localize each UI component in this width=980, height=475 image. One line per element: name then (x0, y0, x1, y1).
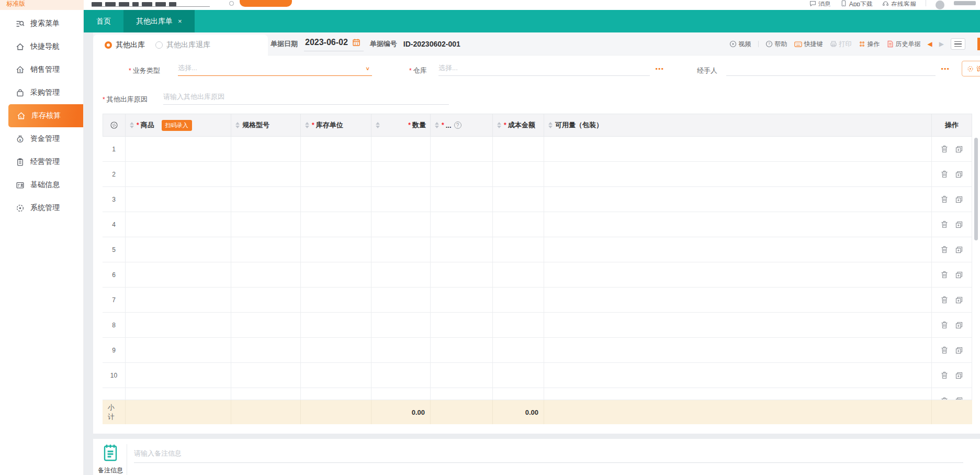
copy-row-button[interactable] (955, 221, 963, 228)
scan-entry-button[interactable]: 扫码录入 (162, 120, 192, 131)
search-menu-icon (16, 19, 25, 28)
sidebar-item-basic-info[interactable]: 基础信息 (0, 173, 83, 196)
handler-select[interactable] (726, 62, 936, 76)
header-spec[interactable]: 规格型号 (231, 114, 301, 136)
table-row[interactable]: 6 (103, 262, 972, 288)
handler-input[interactable] (726, 62, 936, 75)
table-row[interactable]: 1 (103, 137, 972, 162)
header-unit[interactable]: * 库存单位 (301, 114, 371, 136)
header-available[interactable]: 可用量（包装） (544, 114, 931, 136)
delete-row-button[interactable] (941, 170, 948, 178)
copy-plus-icon (955, 221, 963, 228)
remark-input[interactable] (134, 446, 963, 462)
reason-field[interactable] (163, 91, 449, 105)
app-download-button[interactable]: App下载 (840, 0, 873, 6)
radio-other-outbound[interactable]: 其他出库 (105, 40, 145, 50)
delete-row-button[interactable] (941, 321, 948, 329)
help-button[interactable]: ? 帮助 (765, 40, 787, 49)
sidebar-item-system[interactable]: 系统管理 (0, 196, 83, 219)
card-toolbar: 视频 ? 帮助 快捷键 打印 操作 历史单据 ◀ ▶ (729, 38, 965, 50)
table-row[interactable]: 2 (103, 162, 972, 187)
settings-button[interactable]: 设置 (962, 61, 980, 76)
header-cost[interactable]: * 成本金额 (493, 114, 544, 136)
column-settings-header[interactable] (103, 114, 126, 136)
table-row[interactable]: 9 (103, 338, 972, 363)
avatar[interactable] (936, 1, 944, 9)
table-row[interactable]: 7 (103, 288, 972, 313)
subtotal-label: 小计 (103, 400, 126, 424)
edition-badge: 标准版 (0, 0, 84, 10)
remark-field[interactable] (134, 446, 963, 463)
promo-button[interactable] (240, 0, 292, 7)
table-row[interactable]: 4 (103, 212, 972, 237)
sort-icon[interactable] (548, 122, 553, 128)
online-service-button[interactable]: 在线客服 (882, 0, 916, 6)
delete-row-button[interactable] (941, 346, 948, 354)
copy-row-button[interactable] (955, 146, 963, 153)
table-row[interactable]: 10 (103, 363, 972, 388)
sidebar-item-operations[interactable]: 经营管理 (0, 150, 83, 173)
prev-arrow-icon[interactable]: ◀ (928, 40, 932, 48)
video-button[interactable]: 视频 (729, 40, 751, 49)
messages-button[interactable]: 消息 (809, 0, 831, 6)
sort-icon[interactable] (235, 122, 240, 128)
sort-icon[interactable] (497, 122, 501, 128)
sort-icon[interactable] (376, 122, 380, 128)
sort-icon[interactable] (435, 122, 439, 128)
chevron-down-icon[interactable]: ∨ (365, 65, 372, 71)
delete-row-button[interactable] (941, 271, 948, 279)
sidebar-item-quick-nav[interactable]: 快捷导航 (0, 35, 83, 58)
delete-row-button[interactable] (941, 145, 948, 153)
edge-clipped-button[interactable] (977, 38, 980, 50)
copy-row-button[interactable] (955, 322, 963, 329)
table-row-partial[interactable] (103, 388, 972, 400)
doc-date-field[interactable]: 2023-06-02 (304, 37, 364, 51)
business-type-input[interactable] (178, 62, 365, 75)
copy-row-button[interactable] (955, 171, 963, 178)
print-button[interactable]: 打印 (830, 40, 852, 49)
header-quantity[interactable]: *数量 (371, 114, 431, 136)
delete-row-button[interactable] (941, 195, 948, 203)
copy-row-button[interactable] (955, 296, 963, 304)
header-ext[interactable]: * ... ? (431, 114, 493, 136)
calendar-icon[interactable] (352, 38, 361, 47)
tab-home[interactable]: 首页 (84, 10, 123, 32)
warehouse-more-icon[interactable]: ⋯ (655, 64, 664, 74)
tab-other-outbound-order[interactable]: 其他出库单× (123, 10, 195, 32)
sidebar-item-sales[interactable]: $ 销售管理 (0, 58, 83, 81)
copy-row-button[interactable] (955, 246, 963, 253)
delete-row-button[interactable] (941, 246, 948, 253)
delete-row-button[interactable] (941, 220, 948, 228)
column-menu-button[interactable] (951, 38, 965, 50)
table-row[interactable]: 3 (103, 187, 972, 212)
copy-row-button[interactable] (955, 347, 963, 354)
copy-row-button[interactable] (955, 271, 963, 279)
sidebar-item-purchase[interactable]: 采购管理 (0, 81, 83, 104)
header-product[interactable]: * 商品 扫码录入 (126, 114, 231, 136)
sidebar-item-inventory[interactable]: 库存核算 (8, 104, 83, 127)
sidebar-item-funds[interactable]: ¥ 资金管理 (0, 127, 83, 150)
delete-row-button[interactable] (941, 296, 948, 304)
close-tab-icon[interactable]: × (178, 17, 182, 25)
hotkeys-button[interactable]: 快捷键 (794, 40, 823, 49)
business-type-select[interactable]: ∨ (178, 62, 372, 76)
history-button[interactable]: 历史单据 (887, 40, 921, 49)
help-circle-icon[interactable]: ? (454, 121, 461, 129)
info-icon[interactable] (229, 1, 234, 6)
reason-input[interactable] (163, 91, 449, 104)
delete-row-button[interactable] (941, 371, 948, 379)
table-row[interactable]: 8 (103, 313, 972, 338)
table-scrollbar-thumb[interactable] (974, 138, 978, 240)
copy-row-button[interactable] (955, 196, 963, 203)
sort-icon[interactable] (305, 122, 309, 128)
copy-row-button[interactable] (955, 372, 963, 379)
sort-icon[interactable] (130, 122, 134, 128)
actions-button[interactable]: 操作 (859, 40, 880, 49)
warehouse-input[interactable] (438, 62, 650, 75)
table-row[interactable]: 5 (103, 237, 972, 262)
handler-more-icon[interactable]: ⋯ (941, 64, 950, 74)
radio-other-outbound-return[interactable]: 其他出库退库 (155, 40, 210, 50)
next-arrow-icon[interactable]: ▶ (939, 40, 944, 48)
sidebar-item-search-menu[interactable]: 搜索菜单 (0, 12, 83, 35)
warehouse-select[interactable] (438, 62, 650, 76)
